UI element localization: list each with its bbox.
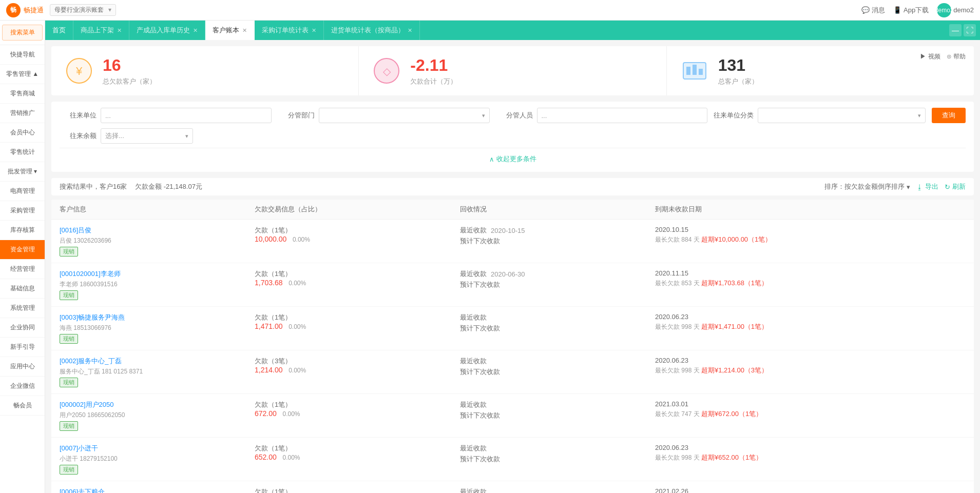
filter-row-1: 往来单位 ... 分管部门 ▾ (60, 108, 966, 123)
sidebar-item-enterprise[interactable]: 企业协同 (0, 318, 45, 338)
customer-phone-3: 服务中心_丁磊 181 0125 8371 (60, 367, 255, 376)
department-input[interactable]: ▾ (319, 108, 490, 123)
sidebar-item-ecommerce[interactable]: 电商管理 (0, 182, 45, 201)
customer-name-1[interactable]: [0001020001]李老师 (60, 269, 255, 279)
sidebar-item-app-center[interactable]: 应用中心 (0, 357, 45, 377)
video-button[interactable]: ▶ 视频 (920, 52, 940, 61)
tab-close-product-offline[interactable]: ✕ (117, 27, 122, 34)
search-button[interactable]: 查询 (932, 108, 966, 123)
page-content: ¥ 16 总欠款客户（家） ◇ -2.11 欠款合计（万） (45, 40, 980, 493)
total-customers-label: 总客户（家） (718, 77, 758, 86)
customer-name-5[interactable]: [0007]小迸干 (60, 444, 255, 453)
debt-total-value: -2.11 (410, 56, 457, 75)
customer-name-2[interactable]: [0003]畅捷服务尹海燕 (60, 313, 255, 322)
sidebar-item-system-mgmt[interactable]: 系统管理 (0, 299, 45, 318)
filter-section: 往来单位 ... 分管部门 ▾ (51, 102, 974, 172)
overdue-link-5[interactable]: 超期¥652.00（1笔） (701, 453, 762, 461)
customer-phone-1: 李老师 18600391516 (60, 280, 255, 289)
overdue-days-4: 最长欠款 747 天 (655, 410, 701, 418)
sidebar-item-member-center[interactable]: 会员中心 (0, 123, 45, 143)
tab-product-offline[interactable]: 商品上下架 ✕ (73, 21, 129, 40)
help-button[interactable]: ⊙ 帮助 (947, 52, 966, 61)
due-date-2: 2020.06.23 (655, 313, 966, 321)
overdue-link-1[interactable]: 超期¥1,703.68（1笔） (701, 279, 768, 287)
results-bar: 搜索结果中，客户16家 欠款金额 -21,148.07元 排序：按欠款金额倒序排… (51, 178, 974, 195)
debt-amount-row-5: 652.00 0.00% (255, 453, 460, 461)
tab-product-history[interactable]: 产成品入库单历史 ✕ (129, 21, 205, 40)
sidebar-item-basic-info[interactable]: 基础信息 (0, 279, 45, 299)
sidebar-item-enterprise-wechat[interactable]: 企业微信 (0, 377, 45, 396)
debt-label-0: 欠款（1笔） (255, 226, 292, 234)
refresh-button[interactable]: ↻ 刷新 (945, 182, 966, 191)
collection-last-6: 最近收款 (460, 487, 655, 493)
debt-amount-0[interactable]: 10,000.00 (255, 235, 286, 243)
tab-expand-button[interactable]: ⛶ (964, 24, 976, 36)
tab-close-customer-account[interactable]: ✕ (242, 27, 247, 34)
content-area: 首页 商品上下架 ✕ 产成品入库单历史 ✕ 客户账本 ✕ 采购订单统计表 ✕ (45, 21, 980, 493)
sort-select[interactable]: 排序：按欠款金额倒序排序 ▾ (824, 182, 910, 191)
overdue-link-4[interactable]: 超期¥672.00（1笔） (701, 410, 762, 418)
debt-amount-row-4: 672.00 0.00% (255, 409, 460, 418)
customer-name-0[interactable]: [0016]吕俊 (60, 226, 255, 235)
collection-info-6: 最近收款 预计下次收款 (460, 487, 655, 493)
col-header-collection: 回收情况 (460, 205, 655, 214)
debt-amount-1[interactable]: 1,703.68 (255, 279, 283, 287)
debt-amount-2[interactable]: 1,471.00 (255, 322, 283, 330)
sidebar-item-vip-member[interactable]: 畅会员 (0, 396, 45, 416)
svg-rect-5 (686, 67, 690, 75)
due-date-info-5: 2020.06.23 最长欠款 998 天 超期¥652.00（1笔） (655, 444, 966, 475)
user-menu[interactable]: demo2 demo2 (937, 3, 974, 17)
sidebar-item-ops-mgmt[interactable]: 经营管理 (0, 260, 45, 279)
department-arrow: ▾ (482, 112, 485, 119)
customer-name-3[interactable]: [0002]服务中心_丁磊 (60, 357, 255, 366)
table-row: [0016]吕俊 吕俊 13026203696 现销 欠款（1笔） 10,000… (51, 220, 974, 263)
balance-arrow: ▾ (185, 133, 188, 140)
search-menu-button[interactable]: 搜索菜单 (2, 25, 43, 41)
debt-amount-row-2: 1,471.00 0.00% (255, 322, 460, 330)
source-unit-input[interactable]: ... (101, 108, 272, 123)
debt-amount-5[interactable]: 652.00 (255, 453, 277, 461)
manager-input[interactable]: ... (537, 108, 708, 123)
tab-import-stats[interactable]: 进货单统计表（按商品） ✕ (324, 21, 420, 40)
collection-info-5: 最近收款 预计下次收款 (460, 444, 655, 475)
sidebar-item-marketing[interactable]: 营销推广 (0, 104, 45, 123)
sidebar-item-retail-stats[interactable]: 零售统计 (0, 143, 45, 162)
tab-close-product-history[interactable]: ✕ (193, 27, 198, 34)
customer-name-4[interactable]: [000002]用户2050 (60, 400, 255, 409)
overdue-link-0[interactable]: 超期¥10,000.00（1笔） (701, 235, 772, 243)
unit-category-input[interactable]: ▾ (758, 108, 926, 123)
tab-home[interactable]: 首页 (45, 21, 73, 40)
tab-close-purchase-stats[interactable]: ✕ (312, 27, 316, 34)
overdue-row-2: 最长欠款 998 天 超期¥1,471.00（1笔） (655, 322, 966, 331)
tab-close-import-stats[interactable]: ✕ (408, 27, 412, 34)
debt-amount-4[interactable]: 672.00 (255, 409, 277, 418)
sidebar-item-new-guide[interactable]: 新手引导 (0, 338, 45, 357)
debt-amount-3[interactable]: 1,214.00 (255, 366, 283, 374)
message-button[interactable]: 💬 消息 (861, 6, 885, 15)
sidebar-item-retail-mgmt[interactable]: 零售管理 ▲ (0, 65, 45, 84)
overdue-link-3[interactable]: 超期¥1,214.00（3笔） (701, 366, 768, 374)
top-bar-right: 💬 消息 📱 App下载 demo2 demo2 (861, 3, 974, 17)
collapse-button[interactable]: ∧ 收起更多条件 (60, 152, 966, 166)
overdue-link-2[interactable]: 超期¥1,471.00（1笔） (701, 323, 768, 330)
due-date-info-0: 2020.10.15 最长欠款 884 天 超期¥10,000.00（1笔） (655, 226, 966, 257)
sidebar-search-area: 搜索菜单 (0, 21, 45, 45)
sidebar-item-purchase-mgmt[interactable]: 采购管理 (0, 201, 45, 221)
balance-input[interactable]: 选择... ▾ (101, 128, 193, 144)
table-row: [0003]畅捷服务尹海燕 海燕 18513066976 现销 欠款（1笔） 1… (51, 307, 974, 350)
tab-customer-account[interactable]: 客户账本 ✕ (205, 21, 255, 40)
customer-name-6[interactable]: [0006]去下粮仓 (60, 487, 255, 493)
sidebar-item-retail-mall[interactable]: 零售商城 (0, 84, 45, 104)
data-table: 客户信息 欠款交易信息（占比） 回收情况 到期未收款日期 [0016]吕俊 吕俊… (51, 200, 974, 493)
filter-source-unit: 往来单位 ... (60, 108, 272, 123)
sidebar-item-inventory[interactable]: 库存核算 (0, 221, 45, 240)
sidebar-item-batch-mgmt[interactable]: 批发管理 ▾ (0, 162, 45, 182)
export-button[interactable]: ⭳ 导出 (916, 182, 938, 191)
sidebar-item-finance-mgmt[interactable]: 资金管理 (0, 240, 45, 260)
store-name[interactable]: 母婴行业演示账套 ▾ (50, 4, 116, 16)
customer-phone-0: 吕俊 13026203696 (60, 236, 255, 245)
tab-purchase-stats[interactable]: 采购订单统计表 ✕ (255, 21, 324, 40)
tab-minimize-button[interactable]: — (949, 24, 962, 36)
sidebar-item-quick-nav[interactable]: 快捷导航 (0, 45, 45, 65)
app-download-button[interactable]: 📱 App下载 (893, 6, 929, 15)
